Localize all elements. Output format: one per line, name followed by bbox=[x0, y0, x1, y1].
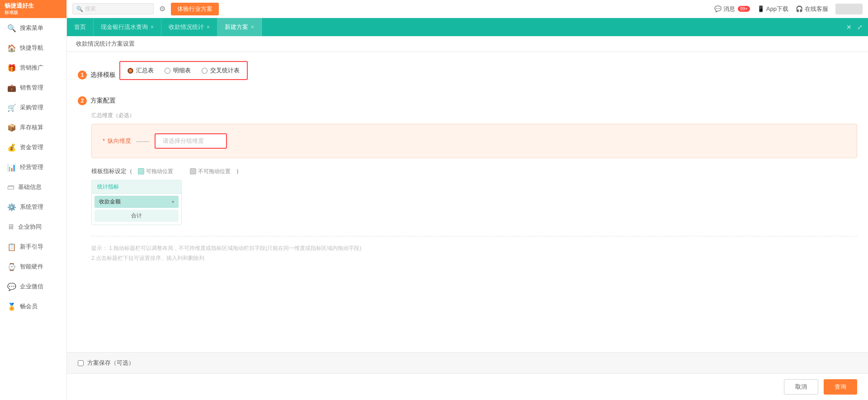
tab-bank-flow[interactable]: 现金银行流水查询 × bbox=[94, 18, 161, 36]
sidebar-item-basic-info[interactable]: 🗃 基础信息 bbox=[0, 177, 66, 197]
sidebar-item-search-menu[interactable]: 🔍 搜索菜单 bbox=[0, 18, 66, 38]
message-button[interactable]: 💬 消息 99+ bbox=[714, 5, 750, 13]
tab-home[interactable]: 首页 bbox=[67, 18, 94, 36]
metrics-cell-amount[interactable]: 收款金额 ▾ bbox=[94, 196, 179, 208]
metrics-header-row: 模板指标设定（ 可拖动位置 不可拖动位置 ） bbox=[91, 167, 857, 175]
sidebar-item-label: 搜索菜单 bbox=[20, 24, 43, 32]
sidebar-item-wechat[interactable]: 💬 企业微信 bbox=[0, 277, 66, 296]
sidebar: 畅捷通好生 标准版 🔍 搜索菜单 🏠 快捷导航 🎁 营销推广 💼 销售管理 🛒 … bbox=[0, 0, 67, 400]
industry-plan-button[interactable]: 体验行业方案 bbox=[171, 3, 219, 15]
cancel-button[interactable]: 取消 bbox=[784, 379, 818, 395]
sidebar-item-quick-nav[interactable]: 🏠 快捷导航 bbox=[0, 38, 66, 58]
sidebar-item-capital[interactable]: 💰 资金管理 bbox=[0, 137, 66, 157]
metrics-section-title: 模板指标设定（ bbox=[91, 167, 132, 175]
radio-summary[interactable]: 汇总表 bbox=[127, 66, 154, 75]
settings-icon[interactable]: ⚙ bbox=[159, 5, 165, 13]
sidebar-item-label: 新手引导 bbox=[20, 243, 43, 251]
sidebar-item-marketing[interactable]: 🎁 营销推广 bbox=[0, 58, 66, 78]
metrics-section: 模板指标设定（ 可拖动位置 不可拖动位置 ） 统计指标 bbox=[91, 167, 857, 225]
divider bbox=[91, 236, 857, 236]
chevron-down-icon[interactable]: ▾ bbox=[172, 199, 174, 204]
draggable-label: 可拖动位置 bbox=[146, 168, 173, 175]
search-placeholder: 搜索 bbox=[85, 5, 96, 13]
section1-header: 1 选择模板 汇总表 明细表 交叉统计表 bbox=[78, 61, 857, 89]
sidebar-item-operations[interactable]: 📊 经营管理 bbox=[0, 157, 66, 177]
close-window-icon[interactable]: ✕ bbox=[846, 24, 852, 31]
dim-row: * 纵向维度 —— 请选择分组维度 bbox=[103, 133, 846, 149]
required-star: * bbox=[103, 137, 105, 144]
tab-new-plan-label: 新建方案 bbox=[225, 23, 248, 31]
topbar: 🔍 搜索 ⚙ 体验行业方案 💬 消息 99+ 📱 App下载 🎧 在线客服 bbox=[67, 0, 868, 18]
draggable-legend-box bbox=[138, 168, 144, 174]
radio-detail-label: 明细表 bbox=[173, 66, 191, 75]
sidebar-logo: 畅捷通好生 标准版 bbox=[0, 0, 66, 18]
maximize-icon[interactable]: ⤢ bbox=[857, 24, 863, 31]
message-icon: 💬 bbox=[714, 5, 722, 12]
app-download-button[interactable]: 📱 App下载 bbox=[757, 5, 788, 13]
user-avatar[interactable] bbox=[835, 4, 863, 14]
search-input[interactable]: 🔍 搜索 bbox=[72, 3, 154, 14]
wechat-icon: 💬 bbox=[7, 282, 16, 291]
radio-detail-input[interactable] bbox=[165, 68, 170, 74]
radio-detail[interactable]: 明细表 bbox=[165, 66, 191, 75]
tab-home-label: 首页 bbox=[74, 23, 86, 31]
logo-text: 畅捷通好生 bbox=[5, 2, 34, 9]
inventory-icon: 📦 bbox=[7, 123, 16, 132]
gift-icon: 🎁 bbox=[7, 64, 16, 72]
online-support-button[interactable]: 🎧 在线客服 bbox=[796, 5, 828, 13]
sidebar-item-enterprise[interactable]: 🖥 企业协同 bbox=[0, 217, 66, 237]
sidebar-item-hardware[interactable]: ⌚ 智能硬件 bbox=[0, 257, 66, 277]
tabbar: 首页 现金银行流水查询 × 收款情况统计 × 新建方案 × ✕ ⤢ bbox=[67, 18, 868, 36]
sidebar-item-label: 系统管理 bbox=[20, 203, 43, 211]
tips-line2: 2.点击标题栏下拉可设置排序、插入列和删除列 bbox=[91, 254, 857, 264]
non-draggable-label: 不可拖动位置 bbox=[198, 168, 231, 175]
save-plan-checkbox[interactable] bbox=[78, 360, 84, 366]
tab-bank-flow-close[interactable]: × bbox=[151, 24, 154, 30]
dim-select[interactable]: 请选择分组维度 bbox=[155, 133, 227, 149]
sidebar-item-label: 快捷导航 bbox=[20, 44, 43, 52]
sidebar-item-sales[interactable]: 💼 销售管理 bbox=[0, 78, 66, 98]
sidebar-item-label: 智能硬件 bbox=[20, 263, 43, 271]
vertical-dim-label: * 纵向维度 bbox=[103, 137, 131, 145]
message-badge: 99+ bbox=[738, 6, 750, 12]
radio-cross-label: 交叉统计表 bbox=[210, 66, 240, 75]
sidebar-item-inventory[interactable]: 📦 库存核算 bbox=[0, 118, 66, 137]
radio-cross[interactable]: 交叉统计表 bbox=[202, 66, 240, 75]
sidebar-item-label: 营销推广 bbox=[20, 64, 43, 72]
radio-summary-input[interactable] bbox=[127, 68, 133, 74]
sidebar-item-label: 企业微信 bbox=[20, 282, 43, 291]
sidebar-item-label: 畅会员 bbox=[20, 302, 38, 311]
radio-cross-input[interactable] bbox=[202, 68, 208, 74]
legend-close: ） bbox=[236, 167, 242, 175]
download-label: App下载 bbox=[766, 5, 788, 13]
download-icon: 📱 bbox=[757, 5, 764, 12]
query-button[interactable]: 查询 bbox=[824, 379, 857, 395]
save-plan-label[interactable]: 方案保存（可选） bbox=[87, 359, 134, 367]
action-bar: 取消 查询 bbox=[67, 373, 868, 400]
dim-placeholder: 请选择分组维度 bbox=[163, 137, 204, 144]
support-label: 在线客服 bbox=[805, 5, 828, 13]
sidebar-item-label: 销售管理 bbox=[20, 84, 43, 92]
operations-icon: 📊 bbox=[7, 163, 16, 172]
sidebar-item-purchase[interactable]: 🛒 采购管理 bbox=[0, 98, 66, 118]
legend-non-draggable: 不可拖动位置 bbox=[190, 168, 231, 175]
sidebar-item-label: 库存核算 bbox=[20, 123, 43, 132]
tab-actions: ✕ ⤢ bbox=[846, 18, 868, 36]
tab-new-plan-close[interactable]: × bbox=[251, 24, 254, 30]
tab-new-plan[interactable]: 新建方案 × bbox=[217, 18, 262, 36]
tab-collection-stats[interactable]: 收款情况统计 × bbox=[161, 18, 217, 36]
sidebar-item-guide[interactable]: 📋 新手引导 bbox=[0, 237, 66, 257]
form-area: 1 选择模板 汇总表 明细表 交叉统计表 bbox=[67, 52, 868, 352]
enterprise-icon: 🖥 bbox=[7, 223, 14, 231]
logo-badge: 标准版 bbox=[5, 9, 34, 16]
guide-icon: 📋 bbox=[7, 243, 16, 251]
tab-collection-stats-label: 收款情况统计 bbox=[169, 23, 204, 31]
tab-collection-stats-close[interactable]: × bbox=[207, 24, 210, 30]
sidebar-item-member[interactable]: 🏅 畅会员 bbox=[0, 296, 66, 316]
hardware-icon: ⌚ bbox=[7, 263, 16, 271]
vertical-label-text: 纵向维度 bbox=[108, 137, 131, 144]
section1-title: 选择模板 bbox=[90, 71, 116, 79]
sidebar-item-system[interactable]: ⚙️ 系统管理 bbox=[0, 197, 66, 217]
metrics-total: 合计 bbox=[94, 210, 179, 222]
search-menu-icon: 🔍 bbox=[7, 24, 16, 33]
